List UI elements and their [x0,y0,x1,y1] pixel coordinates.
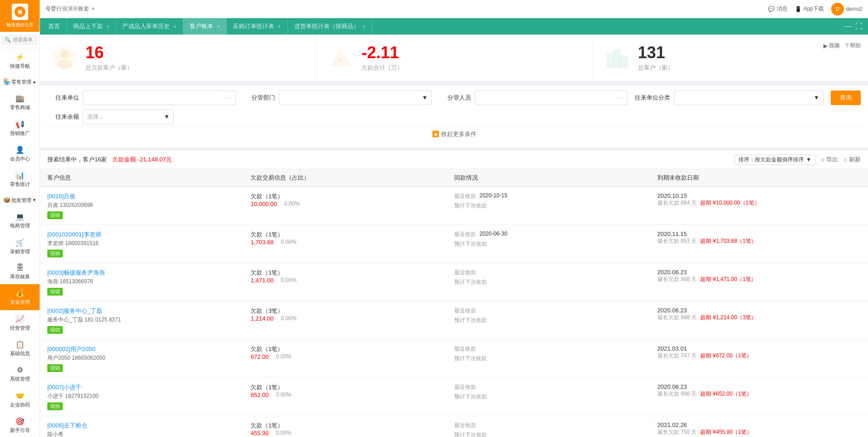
table-row: [0001020001]李老师 李老师 18600391516 现销 欠款（1笔… [40,225,868,263]
video-btn[interactable]: ▶ 视频 [823,42,840,50]
filter-branch-person: 分管人员 ··· [439,90,628,105]
overdue-link[interactable]: 超期 ¥672.00（1笔） [700,352,752,360]
tab-stock-history-close[interactable]: × [173,24,176,29]
recovery-label: 最近收款 [454,231,476,238]
total-customers-number: 131 [638,44,673,62]
table-row: [0006]去下粮仓 陈小希 现销 欠款（1笔） 455.90 0.00% 最 [40,416,868,437]
customer-name-link[interactable]: [0016]吕俊 [47,193,75,200]
results-debt-text: 欠款金额 -21,148.07元 [112,156,172,164]
tab-products-close[interactable]: × [106,24,109,29]
balance-select[interactable]: 选择... ▼ [83,110,174,124]
results-left: 搜索结果中，客户16家 欠款金额 -21,148.07元 [47,156,172,164]
sidebar-item-system[interactable]: ⚙ 系统管理 [0,361,40,387]
customer-phone: 海燕 18513066976 [47,278,251,286]
sidebar-item-retail[interactable]: 🏪 零售管理 ▲ [0,74,40,90]
sidebar-item-ops[interactable]: 📈 经营管理 [0,310,40,336]
col-overdue: 到期未收款日期 [657,174,861,182]
debt-percent: 0.00% [281,239,296,245]
debt-percent: 0.00% [281,315,296,321]
message-btn[interactable]: 💬 消息 [768,5,788,13]
recovery-cell: 最近收款 预计下次收款 [454,307,657,324]
svg-text:¥: ¥ [338,56,343,65]
collapse-btn[interactable]: 🔼 收起更多条件 [432,128,477,140]
company-dropdown-icon[interactable]: ▼ [91,6,95,11]
tab-stock-summary[interactable]: 进货单统计表（按商品） × [288,18,372,35]
overdue-cell: 2021.03.01 最长欠款 747 天 超期 ¥672.00（1笔） [657,345,861,360]
sidebar-item-capital[interactable]: 💰 资金管理 [0,284,40,310]
export-label: 导出 [826,156,838,164]
customer-name-link[interactable]: [000002]用户2050 [47,346,95,352]
sort-select[interactable]: 排序：按欠款金额倒序排序 ▼ [734,155,815,165]
tab-stock-history[interactable]: 产成品入库单历史 × [116,18,183,35]
customer-name-link[interactable]: [0007]小进千 [47,384,81,391]
from-unit-class-select[interactable]: ▼ [674,90,823,105]
sidebar-item-newbie[interactable]: 🎯 新手引导 [0,412,40,437]
overdue-date: 2020.10.15 [657,192,861,199]
customer-name-link[interactable]: [0003]畅捷服务尹海燕 [47,269,105,276]
svg-rect-8 [613,49,621,68]
overdue-date: 2021.03.01 [657,345,861,352]
overdue-link[interactable]: 超期 ¥1,214.00（3笔） [700,314,756,321]
sidebar-item-enterprise[interactable]: 🤝 企业协同 [0,387,40,412]
system-icon: ⚙ [17,366,23,374]
tabs-minimize-btn[interactable]: — [844,22,852,30]
customer-name-link[interactable]: [0002]服务中心_丁磊 [47,307,102,314]
branch-dept-select[interactable]: ▼ [279,90,432,105]
export-icon: ○ [821,156,824,163]
overdue-link[interactable]: 超期 ¥455.90（1笔） [700,428,752,436]
tab-products[interactable]: 商品上下架 × [67,18,116,35]
results-actions: 排序：按欠款金额倒序排序 ▼ ○ 导出 ○ 刷新 [734,155,861,165]
customer-name-link[interactable]: [0001020001]李老师 [47,231,101,238]
results-bar: 搜索结果中，客户16家 欠款金额 -21,148.07元 排序：按欠款金额倒序排… [40,151,868,169]
export-btn[interactable]: ○ 导出 [821,156,838,164]
logo-text: 畅捷通好生意 [6,22,34,28]
sidebar-item-marketing[interactable]: 📢 营销推广 [0,116,40,141]
sidebar-item-basic[interactable]: 📋 基础信息 [0,336,40,361]
retail-stat-icon: 📊 [15,171,25,180]
tabs-bar: 首页 商品上下架 × 产成品入库单历史 × 客户账本 × 采购订单统计表 × 进… [40,18,868,35]
search-button[interactable]: 查询 [831,90,861,105]
marketing-label: 营销推广 [10,130,30,136]
recovery-next: 预计下次收款 [454,316,657,324]
inventory-label: 库存核算 [10,273,30,280]
overdue-link[interactable]: 超期 ¥1,703.68（1笔） [700,237,756,245]
tab-stock-summary-close[interactable]: × [363,24,366,29]
stat-actions: ▶ 视频 ? 帮助 [823,42,861,50]
sidebar-item-quick-nav[interactable]: ⚡ 快捷导航 [0,48,40,74]
svg-rect-7 [606,53,614,68]
debt-info-cell: 欠款（1笔） 1,703.68 0.00% [251,231,454,246]
tab-purchase-summary-close[interactable]: × [278,24,281,29]
sidebar-item-inventory[interactable]: 🗄 库存核算 [0,259,40,284]
user-menu-btn[interactable]: D demo2 [831,3,863,15]
sidebar-item-purchase[interactable]: 🛒 采购管理 [0,234,40,259]
branch-person-input[interactable]: ··· [475,90,628,105]
total-customers-icon [603,44,631,71]
sidebar-item-retail-store[interactable]: 🏬 零售商城 [0,90,40,115]
customer-name-link[interactable]: [0006]去下粮仓 [47,422,87,429]
app-download-icon: 📱 [795,6,802,12]
tab-purchase-summary[interactable]: 采购订单统计表 × [226,18,287,35]
from-unit-dots: ··· [224,94,232,101]
sidebar-item-ecom[interactable]: 💻 电商管理 [0,208,40,233]
app-download-label: App下载 [803,5,824,13]
refresh-btn[interactable]: ○ 刷新 [843,156,861,164]
help-btn[interactable]: ? 帮助 [845,42,861,50]
tab-home[interactable]: 首页 [42,18,67,35]
sidebar-item-retail-stat[interactable]: 📊 零售统计 [0,166,40,192]
app-download-btn[interactable]: 📱 App下载 [795,5,824,13]
tab-customer-account[interactable]: 客户账本 × [183,18,226,35]
tabs-expand-btn[interactable]: ⛶ [855,22,863,30]
tab-customer-account-close[interactable]: × [217,24,220,29]
overdue-link[interactable]: 超期 ¥10,000.00（1笔） [700,199,759,207]
sidebar-item-batch[interactable]: 📦 批发管理 ▼ [0,192,40,208]
overdue-link[interactable]: 超期 ¥652.00（1笔） [700,390,752,398]
recovery-label: 最近收款 [454,192,476,200]
batch-label: 批发管理 [11,197,31,203]
overdue-date: 2020.11.15 [657,231,861,237]
from-unit-input[interactable]: ··· [83,90,236,105]
sidebar-item-member[interactable]: 👤 会员中心 [0,141,40,166]
overdue-date: 2020.06.23 [657,383,861,390]
overdue-link[interactable]: 超期 ¥1,471.00（1笔） [700,276,756,283]
search-menu-btn[interactable]: 🔍 搜索菜单 [2,35,38,45]
overdue-days: 最长欠款 750 天 [657,428,697,436]
